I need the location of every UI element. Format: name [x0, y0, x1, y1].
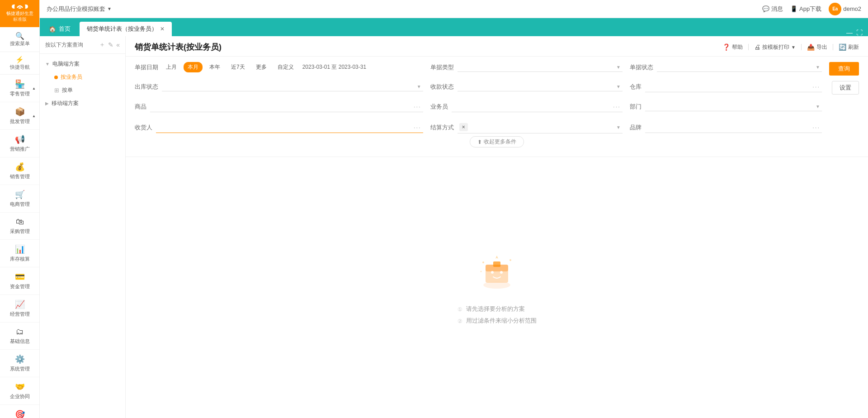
svg-point-6: [491, 271, 494, 274]
sidebar-item-search[interactable]: 🔍 搜索菜单: [0, 27, 39, 52]
empty-text: ① 请先选择要分析的方案 ② 用过滤条件来缩小分析范围: [458, 303, 537, 327]
enterprise-icon: 🤝: [15, 382, 25, 392]
settings-button[interactable]: 设置: [832, 81, 859, 95]
docstatus-select[interactable]: ▼: [657, 63, 822, 72]
sidebar: 畅捷通好生意 标准版 🔍 搜索菜单 ⚡ 快捷导航 🏪 零售管理 📦 批发管理 📢…: [0, 0, 40, 418]
refresh-btn[interactable]: 🔄 刷新: [839, 43, 859, 51]
date-btn-last-month[interactable]: 上月: [162, 62, 181, 72]
department-label: 部门: [630, 103, 642, 111]
doctype-chevron-icon: ▼: [616, 65, 621, 70]
tab-close-icon[interactable]: ✕: [160, 26, 165, 32]
tab-sales-report[interactable]: 销货单统计表（按业务员） ✕: [80, 22, 172, 36]
help-btn[interactable]: ❓ 帮助: [722, 43, 743, 51]
tree-group-mobile-text: 移动端方案: [52, 100, 79, 107]
tree-item-by-salesperson-label: 按业务员: [61, 73, 82, 81]
sidebar-enterprise-label: 企业协同: [10, 393, 30, 400]
sidebar-item-purchase[interactable]: 🛍 采购管理: [0, 213, 39, 240]
edit-scheme-btn[interactable]: ✎: [108, 41, 113, 48]
salesperson-more-icon: ···: [613, 103, 621, 110]
sidebar-item-sales[interactable]: 💰 销售管理: [0, 157, 39, 185]
page-actions: ❓ 帮助 🖨 按模板打印 ▼ 📤 导出: [722, 43, 859, 51]
sidebar-item-newbie[interactable]: 🎯 新手引导: [0, 405, 39, 418]
tree-group-mobile-label[interactable]: ▶ 移动端方案: [40, 97, 125, 110]
industry-selector[interactable]: 办公用品行业模拟账套 ▼: [47, 5, 112, 13]
hint2-text: 用过滤条件来缩小分析范围: [466, 315, 537, 327]
export-btn[interactable]: 📤 导出: [807, 43, 827, 51]
app-download-btn[interactable]: 📱 App下载: [790, 5, 821, 13]
sidebar-item-basics[interactable]: 🗂 基础信息: [0, 323, 39, 350]
sidebar-item-ecom[interactable]: 🛒 电商管理: [0, 185, 39, 213]
sidebar-purchase-label: 采购管理: [10, 228, 30, 235]
sidebar-item-operations[interactable]: 📈 经营管理: [0, 295, 39, 323]
wholesale-icon: 📦: [15, 107, 25, 117]
active-dot-icon: [54, 76, 58, 79]
sidebar-item-marketing[interactable]: 📢 营销推广: [0, 130, 39, 157]
export-icon: 📤: [807, 43, 815, 51]
sidebar-item-system[interactable]: ⚙️ 系统管理: [0, 350, 39, 377]
date-range-display: 2023-03-01 至 2023-03-31: [302, 63, 366, 71]
user-profile[interactable]: Ea demo2: [829, 3, 861, 15]
svg-point-9: [509, 259, 511, 261]
print-btn[interactable]: 🖨 按模板打印 ▼: [754, 43, 796, 51]
filter-field-outstatus: 出库状态 ▼: [135, 82, 423, 91]
sidebar-item-inventory[interactable]: 📊 库存核算: [0, 240, 39, 267]
left-panel-header-actions: ＋ ✎ «: [99, 41, 120, 49]
department-select[interactable]: ▼: [645, 102, 822, 111]
tabbar: 🏠 首页 销货单统计表（按业务员） ✕ — ⛶: [40, 18, 868, 36]
paymentstatus-select[interactable]: ▼: [458, 82, 623, 91]
logo-icon: [12, 5, 28, 9]
tab-home[interactable]: 🏠 首页: [42, 22, 78, 36]
main-container: 办公用品行业模拟账套 ▼ 💬 消息 📱 App下载 Ea demo2 🏠: [40, 0, 868, 418]
add-scheme-btn[interactable]: ＋: [99, 41, 105, 49]
date-btn-this-year[interactable]: 本年: [205, 62, 224, 72]
sales-icon: 💰: [15, 162, 25, 172]
outstatus-chevron-icon: ▼: [417, 84, 421, 89]
doctype-select[interactable]: ▼: [458, 63, 623, 72]
tab-maximize-icon[interactable]: ⛶: [856, 29, 863, 36]
brand-select[interactable]: ···: [645, 122, 822, 133]
date-btn-more[interactable]: 更多: [252, 62, 271, 72]
svg-point-10: [481, 271, 482, 272]
tree-group-desktop-text: 电脑端方案: [52, 60, 80, 68]
tree-item-by-order[interactable]: ⊞ 按单: [40, 84, 125, 97]
industry-label: 办公用品行业模拟账套: [47, 5, 105, 13]
tree-group-desktop-label[interactable]: ▼ 电脑端方案: [40, 57, 125, 71]
sidebar-ecom-label: 电商管理: [10, 201, 30, 208]
collapse-panel-btn[interactable]: «: [116, 41, 120, 48]
sidebar-item-wholesale[interactable]: 📦 批发管理: [0, 102, 39, 130]
salesperson-select[interactable]: ···: [452, 101, 623, 112]
date-btn-7days[interactable]: 近7天: [227, 62, 249, 72]
date-btn-this-month[interactable]: 本月: [184, 62, 203, 72]
outstatus-select[interactable]: ▼: [162, 82, 423, 91]
receiver-input[interactable]: ···: [156, 122, 423, 133]
paymentmethod-tag-remove[interactable]: ×: [462, 124, 465, 130]
tab-actions: — ⛶: [846, 29, 868, 36]
warehouse-select[interactable]: ···: [645, 81, 822, 92]
query-button[interactable]: 查询: [829, 62, 859, 76]
filter-field-salesperson: 业务员 ···: [430, 101, 623, 112]
filter-field-brand: 品牌 ···: [630, 122, 822, 133]
paymentmethod-select[interactable]: × ▼: [458, 121, 623, 133]
product-select[interactable]: ···: [150, 101, 423, 112]
filter-field-warehouse: 仓库 ···: [630, 81, 822, 92]
tree-arrow-right-icon: ▶: [45, 101, 49, 106]
tree-item-by-salesperson[interactable]: 按业务员: [40, 71, 125, 84]
paymentstatus-label: 收款状态: [430, 83, 454, 91]
print-label: 按模板打印: [762, 43, 789, 51]
sidebar-marketing-label: 营销推广: [10, 146, 30, 152]
message-btn[interactable]: 💬 消息: [762, 5, 783, 13]
refresh-icon: 🔄: [839, 43, 846, 51]
sidebar-item-shortcut[interactable]: ⚡ 快捷导航: [0, 52, 39, 75]
print-dropdown-icon[interactable]: ▼: [791, 45, 796, 50]
date-picker-area: 上月 本月 本年 近7天 更多 自定义 2023-03-01 至 2023-03…: [162, 62, 423, 72]
tree-arrow-down-icon: ▼: [45, 62, 50, 66]
sidebar-item-retail[interactable]: 🏪 零售管理: [0, 75, 39, 102]
sidebar-item-enterprise[interactable]: 🤝 企业协同: [0, 377, 39, 405]
collapse-conditions-btn[interactable]: ⬆ 收起更多条件: [470, 136, 524, 147]
tab-minimize-icon[interactable]: —: [846, 29, 853, 36]
sidebar-item-finance[interactable]: 💳 资金管理: [0, 267, 39, 295]
left-panel-title: 按以下方案查询: [45, 41, 83, 49]
sidebar-operations-label: 经营管理: [10, 311, 30, 318]
hint2-num: ②: [458, 316, 462, 327]
date-btn-custom[interactable]: 自定义: [274, 62, 298, 72]
